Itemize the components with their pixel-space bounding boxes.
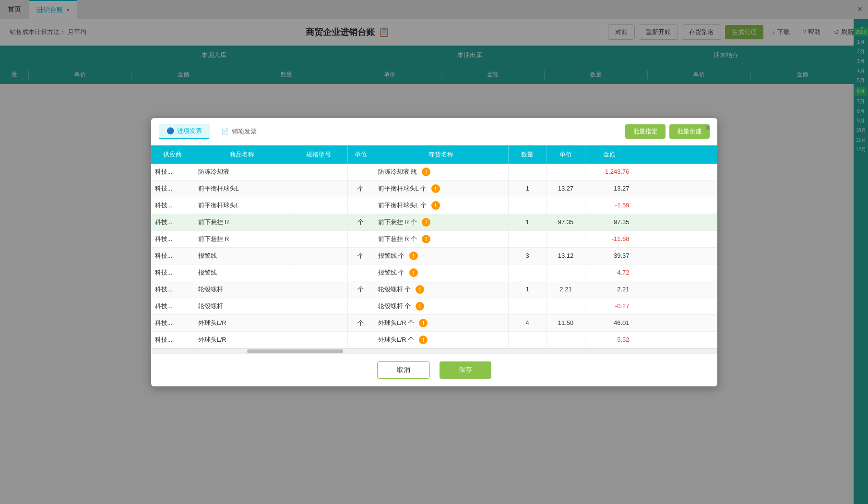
cell-amount: 2.21 (585, 281, 633, 298)
table-row: 科技... 报警线 报警线 个! -4.72 (151, 264, 717, 281)
cell-product-name: 外球头L/R (194, 332, 290, 348)
cell-product-name: 防冻冷却液 (194, 164, 290, 180)
cell-product-name: 报警线 (194, 248, 290, 264)
scrollbar-thumb[interactable] (247, 349, 343, 353)
batch-create-button[interactable]: 批量创建 (669, 124, 710, 139)
cell-product-name: 前下悬挂 R (194, 214, 290, 230)
cell-spec (290, 248, 348, 264)
warn-icon: ! (419, 319, 428, 327)
table-row: 科技... 报警线 个 报警线 个! 3 13.12 39.37 (151, 248, 717, 264)
cell-qty (509, 197, 547, 214)
cell-price (547, 298, 585, 314)
inventory-name-text: 防冻冷却液 瓶 (378, 168, 417, 176)
cell-product-name: 前平衡杆球头L (194, 197, 290, 214)
cell-supplier: 科技... (151, 281, 194, 298)
table-row: 科技... 轮毂螺杆 个 轮毂螺杆 个! 1 2.21 2.21 (151, 281, 717, 298)
cell-price: 2.21 (547, 281, 585, 298)
cell-amount: -1.59 (585, 197, 633, 214)
cell-inventory-name: 轮毂螺杆 个! (374, 281, 509, 298)
cell-inventory-name: 轮毂螺杆 个! (374, 298, 509, 314)
warn-icon: ! (419, 336, 428, 344)
cell-unit (348, 197, 374, 214)
col-qty: 数量 (509, 145, 547, 164)
cell-product-name: 报警线 (194, 264, 290, 281)
cell-amount: 46.01 (585, 315, 633, 331)
cell-supplier: 科技... (151, 231, 194, 247)
warn-icon: ! (422, 218, 430, 227)
cell-product-name: 前下悬挂 R (194, 231, 290, 247)
col-price: 单价 (547, 145, 585, 164)
inventory-name-text: 外球头L/R 个 (378, 319, 415, 327)
save-button[interactable]: 保存 (440, 361, 491, 379)
cell-amount: 13.27 (585, 180, 633, 197)
cell-inventory-name: 外球头L/R 个! (374, 332, 509, 348)
cell-spec (290, 214, 348, 230)
cell-inventory-name: 外球头L/R 个! (374, 315, 509, 331)
modal-header: 🔵 进项发票 📄 销项发票 批量指定 批量创建 × (151, 118, 717, 145)
cell-qty (509, 264, 547, 281)
cell-product-name: 轮毂螺杆 (194, 281, 290, 298)
tab-income-invoice[interactable]: 🔵 进项发票 (159, 124, 210, 139)
inventory-name-text: 前下悬挂 R 个 (378, 235, 417, 243)
warn-icon: ! (409, 252, 418, 260)
table-row: 科技... 防冻冷却液 防冻冷却液 瓶! -1,243.76 (151, 164, 717, 180)
cell-price: 11.50 (547, 315, 585, 331)
cell-price (547, 332, 585, 348)
inventory-name-text: 报警线 个 (378, 268, 405, 277)
inventory-name-text: 外球头L/R 个 (378, 336, 415, 344)
cell-price (547, 197, 585, 214)
cell-inventory-name: 前下悬挂 R 个! (374, 214, 509, 230)
warn-icon: ! (409, 268, 418, 277)
inventory-name-text: 前平衡杆球头L 个 (378, 184, 427, 193)
cell-inventory-name: 报警线 个! (374, 248, 509, 264)
cell-supplier: 科技... (151, 264, 194, 281)
modal-header-actions: 批量指定 批量创建 (625, 124, 710, 139)
batch-assign-button[interactable]: 批量指定 (625, 124, 666, 139)
warn-icon: ! (431, 201, 440, 210)
cell-price (547, 264, 585, 281)
cell-unit (348, 298, 374, 314)
cell-unit: 个 (348, 281, 374, 298)
cell-product-name: 轮毂螺杆 (194, 298, 290, 314)
cell-unit: 个 (348, 180, 374, 197)
income-invoice-icon: 🔵 (166, 127, 174, 134)
cell-unit (348, 231, 374, 247)
cell-qty (509, 298, 547, 314)
col-supplier: 供应商 (151, 145, 194, 164)
warn-icon: ! (416, 285, 424, 294)
inventory-name-text: 前下悬挂 R 个 (378, 218, 417, 227)
modal-close-button[interactable]: × (705, 123, 711, 133)
modal-footer: 取消 保存 (151, 353, 717, 386)
cell-product-name: 外球头L/R (194, 315, 290, 331)
table-row: 科技... 前平衡杆球头L 个 前平衡杆球头L 个! 1 13.27 13.27 (151, 180, 717, 197)
cell-spec (290, 180, 348, 197)
cell-amount: -0.27 (585, 298, 633, 314)
cell-amount: -1,243.76 (585, 164, 633, 180)
horizontal-scrollbar[interactable] (151, 348, 717, 353)
warn-icon: ! (416, 302, 424, 311)
inventory-name-text: 报警线 个 (378, 252, 405, 260)
cell-inventory-name: 报警线 个! (374, 264, 509, 281)
col-unit: 单位 (348, 145, 374, 164)
cell-price (547, 164, 585, 180)
cell-spec (290, 315, 348, 331)
cell-spec (290, 264, 348, 281)
col-spec: 规格型号 (290, 145, 348, 164)
cell-spec (290, 231, 348, 247)
inventory-name-text: 前平衡杆球头L 个 (378, 201, 427, 210)
cell-spec (290, 197, 348, 214)
cell-unit (348, 264, 374, 281)
cancel-button[interactable]: 取消 (377, 361, 430, 379)
cell-spec (290, 298, 348, 314)
cell-price (547, 231, 585, 247)
col-amount: 金额 (585, 145, 633, 164)
cell-qty: 4 (509, 315, 547, 331)
cell-unit: 个 (348, 315, 374, 331)
table-rows-container: 科技... 防冻冷却液 防冻冷却液 瓶! -1,243.76 科技... 前平衡… (151, 164, 717, 348)
cell-price: 13.12 (547, 248, 585, 264)
cell-spec (290, 281, 348, 298)
tab-sales-invoice[interactable]: 📄 销项发票 (214, 124, 264, 139)
cell-price: 13.27 (547, 180, 585, 197)
modal-overlay: 🔵 进项发票 📄 销项发票 批量指定 批量创建 × 供应商 商品名称 规格型号 … (0, 0, 868, 504)
cell-supplier: 科技... (151, 197, 194, 214)
